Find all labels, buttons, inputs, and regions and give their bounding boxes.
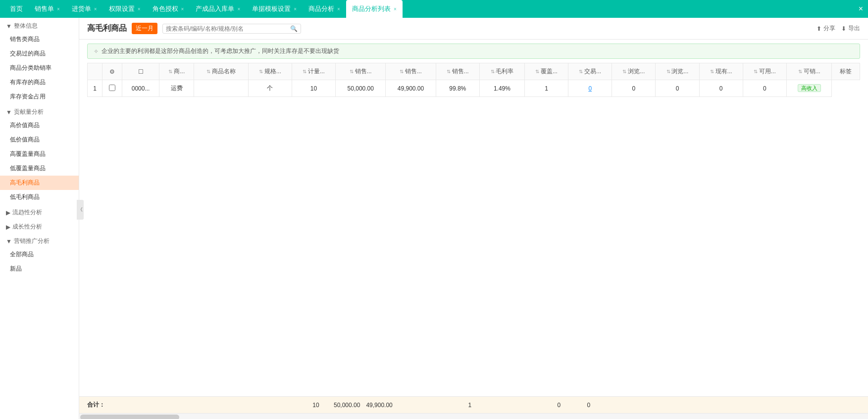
sidebar-group-成长性分析[interactable]: ▶ 成长性分析 [0,219,79,233]
th-view2[interactable]: 浏览... [656,63,699,80]
th-sales_cost[interactable]: 销售... [436,63,479,80]
sidebar-item-全部商品[interactable]: 全部商品 [0,247,79,262]
sidebar-item-有库存的商品[interactable]: 有库存的商品 [0,75,79,90]
cell-view1: 0 [568,80,612,97]
th-settings: ⚙ [102,63,122,80]
nav-tab-单据模板设置[interactable]: 单据模板设置× [246,0,303,18]
export-button[interactable]: ⬇ 导出 [841,24,860,33]
cell-index: 1 [88,80,102,97]
cell-name: 运费 [159,80,194,97]
footer-sales-qty: 10 [301,402,331,409]
tab-close-icon[interactable]: × [181,6,184,12]
top-nav: 首页销售单×进货单×权限设置×角色授权×产成品入库单×单据模板设置×商品分析×商… [0,0,868,18]
footer-sales-cost: 49,900.00 [363,402,395,409]
cell-checkbox[interactable] [102,80,122,97]
footer-label: 合计： [87,401,105,409]
content-header: 高毛利商品 近一月 🔍 ⬆ 分享 ⬇ 导出 [79,18,868,40]
nav-tab-进货单[interactable]: 进货单× [66,0,103,18]
sidebar-item-低毛利商品[interactable]: 低毛利商品 [0,190,79,204]
tab-close-icon[interactable]: × [94,6,97,12]
nav-tab-角色授权[interactable]: 角色授权× [147,0,190,18]
page-title: 高毛利商品 [87,23,127,34]
collapse-icon: ▼ [6,238,12,245]
share-button[interactable]: ⬆ 分享 [817,24,835,33]
th-name[interactable]: 商品名称 [194,63,248,80]
sidebar-item-低覆盖量商品[interactable]: 低覆盖量商品 [0,161,79,176]
cell-spec [194,80,248,97]
tab-close-icon[interactable]: × [394,6,397,12]
sidebar-item-库存资金占用[interactable]: 库存资金占用 [0,90,79,104]
nav-tab-商品分析列表[interactable]: 商品分析列表× [346,0,403,18]
tip-text: 企业的主要的利润都是这部分商品创造的，可考虑加大推广，同时关注库存是不要出现缺货 [102,47,339,55]
th-unit[interactable]: 计量... [292,63,335,80]
th-code[interactable]: 商... [159,63,194,80]
sidebar-item-高覆盖量商品[interactable]: 高覆盖量商品 [0,147,79,161]
th-coverage[interactable]: 覆盖... [524,63,568,80]
sidebar-item-交易过的商品[interactable]: 交易过的商品 [0,47,79,61]
sidebar-item-高价值商品[interactable]: 高价值商品 [0,118,79,133]
collapse-icon: ▶ [6,209,10,216]
cell-sales_cost: 49,900.00 [386,80,436,97]
nav-tab-商品分析[interactable]: 商品分析× [303,0,346,18]
nav-tab-产成品入库单[interactable]: 产成品入库单× [190,0,246,18]
bottom-scrollbar[interactable] [79,413,868,419]
nav-tab-首页[interactable]: 首页 [4,0,29,18]
th-gross_margin[interactable]: 毛利率 [479,63,524,80]
cell-gross_margin: 99.8% [436,80,479,97]
footer-sales-amount: 50,000.00 [331,402,363,409]
sidebar-group-贡献量分析[interactable]: ▼ 贡献量分析 [0,104,79,118]
cell-code: 0000... [122,80,159,97]
th-sellable[interactable]: 可销... [786,63,832,80]
header-actions: ⬆ 分享 ⬇ 导出 [817,24,860,33]
sidebar-item-高毛利商品[interactable]: 高毛利商品 [0,176,79,190]
search-box: 🔍 [162,24,301,34]
table-row: 10000...运费个1050,000.0049,900.0099.8%1.49… [88,80,860,97]
share-icon: ⬆ [817,25,821,32]
nav-tab-权限设置[interactable]: 权限设置× [103,0,147,18]
tag-badge: 高收入 [798,84,821,92]
close-all-button[interactable]: × [859,4,863,13]
sidebar-item-低价值商品[interactable]: 低价值商品 [0,133,79,147]
th-tag: 标签 [832,63,860,80]
tab-close-icon[interactable]: × [337,6,340,12]
cell-current_stock: 0 [656,80,699,97]
tab-close-icon[interactable]: × [237,6,240,12]
footer-current-stock: 0 [544,402,574,409]
cell-sales_qty: 10 [292,80,335,97]
tab-close-icon[interactable]: × [57,6,60,12]
sidebar-item-商品分类助销率[interactable]: 商品分类助销率 [0,61,79,75]
main-layout: ▼ 整体信息销售类商品交易过的商品商品分类助销率有库存的商品库存资金占用▼ 贡献… [0,18,868,419]
th-available[interactable]: 可用... [743,63,786,80]
cell-sellable: 0 [743,80,786,97]
tab-close-icon[interactable]: × [294,6,297,12]
th-sales_amount[interactable]: 销售... [386,63,436,80]
tab-close-icon[interactable]: × [138,6,141,12]
th-current_stock[interactable]: 现有... [699,63,743,80]
footer-cells: 10 50,000.00 49,900.00 1 0 0 [113,402,663,409]
sidebar-group-流趋性分析[interactable]: ▶ 流趋性分析 [0,204,79,219]
sidebar-group-营销推广分析[interactable]: ▼ 营销推广分析 [0,233,79,247]
content-area: 高毛利商品 近一月 🔍 ⬆ 分享 ⬇ 导出 ✧ 企业的主要的利润都是这部分商品创… [79,18,868,419]
sidebar-collapse-button[interactable]: 《 [77,200,84,220]
nav-tab-销售单[interactable]: 销售单× [29,0,66,18]
sidebar-item-新品[interactable]: 新品 [0,262,79,276]
collapse-icon: ▶ [6,224,10,231]
filter-button[interactable]: 近一月 [132,23,157,34]
th-view1[interactable]: 浏览... [612,63,656,80]
collapse-icon: ▼ [6,109,12,116]
sidebar-item-销售类商品[interactable]: 销售类商品 [0,32,79,47]
th-checkbox: ☐ [122,63,159,80]
search-input[interactable] [166,25,288,32]
search-icon[interactable]: 🔍 [290,25,298,32]
data-table: ⚙☐商...商品名称规格...计量...销售...销售...销售...毛利率覆盖… [87,63,860,97]
export-icon: ⬇ [841,25,846,32]
th-transaction[interactable]: 交易... [568,63,612,80]
footer-bar: 合计： 10 50,000.00 49,900.00 1 0 0 [79,396,868,413]
footer-transaction: 1 [455,402,485,409]
link-view1[interactable]: 0 [588,85,592,92]
th-spec[interactable]: 规格... [248,63,292,80]
cell-unit: 个 [248,80,292,97]
collapse-icon: ▼ [6,23,12,30]
sidebar-group-整体信息[interactable]: ▼ 整体信息 [0,18,79,32]
th-sales_qty[interactable]: 销售... [336,63,386,80]
